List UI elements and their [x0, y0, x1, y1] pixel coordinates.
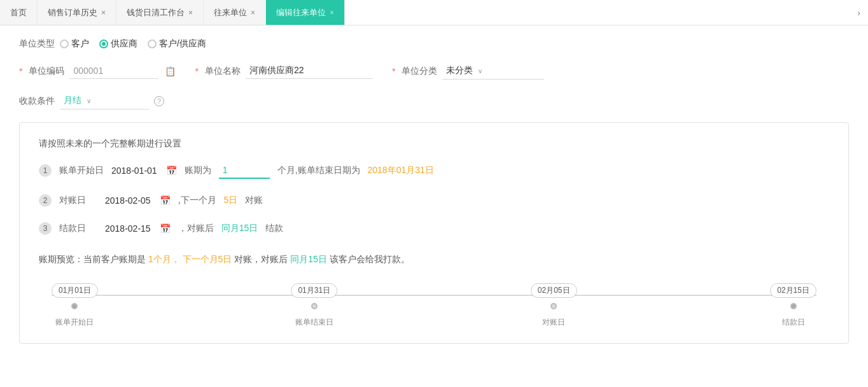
tab-sales-order-history-close[interactable]: ×	[101, 8, 106, 17]
tab-edit-partner-unit[interactable]: 编辑往来单位 ×	[266, 0, 345, 25]
payment-terms-dropdown-icon: ∨	[87, 97, 91, 104]
preview-payment: 同月15日	[290, 254, 327, 264]
payment-suffix-pre: ，对账后	[178, 223, 214, 234]
unit-classify-required-star: *	[392, 66, 395, 76]
start-date-value: 2018-01-01	[111, 165, 157, 176]
radio-both-label: 客户/供应商	[159, 38, 206, 50]
timeline-label-0: 账单开始日	[55, 317, 94, 328]
timeline-label-1: 账单结束日	[295, 317, 333, 328]
timeline-label-3: 结款日	[782, 317, 805, 328]
radio-supplier[interactable]: 供应商	[99, 38, 137, 50]
tab-sales-order-history-label: 销售订单历史	[48, 7, 97, 18]
unit-classify-value: 未分类	[446, 65, 473, 76]
period-end-date: 2018年01月31日	[368, 165, 434, 176]
timeline-point-1: 01月31日 账单结束日	[291, 283, 337, 328]
start-date-cal-icon[interactable]: 📅	[166, 165, 177, 176]
row-num-3: 3	[39, 222, 52, 235]
radio-group-unit-type: 客户 供应商 客户/供应商	[60, 38, 206, 50]
unit-classify-select[interactable]: 未分类 ∨	[442, 62, 544, 80]
tab-home-label: 首页	[10, 7, 27, 18]
preview-label: 账期预览：当前客户账期是	[39, 254, 146, 264]
payment-terms-group: 收款条件 月结 ∨ ?	[19, 92, 164, 109]
tab-edit-partner-unit-label: 编辑往来单位	[276, 7, 326, 18]
row-num-2: 2	[39, 194, 52, 207]
radio-supplier-label: 供应商	[111, 38, 137, 50]
payment-terms-label: 收款条件	[19, 95, 55, 107]
timeline-label-2: 对账日	[542, 317, 565, 328]
timeline-dot-2	[550, 303, 557, 309]
unit-name-input[interactable]	[246, 63, 373, 79]
period-suffix-pre: 账期为	[185, 165, 211, 176]
unit-code-required-star: *	[19, 66, 22, 76]
unit-name-group: * 单位名称	[195, 63, 372, 79]
preview-period: 1个月，	[148, 254, 180, 264]
classify-dropdown-icon: ∨	[478, 67, 482, 74]
tab-cash-work-close[interactable]: ×	[188, 8, 193, 17]
radio-both[interactable]: 客户/供应商	[148, 38, 206, 50]
section-title: 请按照未来的一个完整帐期进行设置	[39, 138, 829, 150]
period-row-2: 2 对账日 2018-02-05 📅 ,下一个月5日 对账	[39, 194, 829, 207]
payment-date-cal-icon[interactable]: 📅	[160, 223, 171, 234]
period-label-3: 结款日	[59, 223, 97, 234]
tab-partner-unit-close[interactable]: ×	[251, 8, 255, 17]
payment-suffix-post: 结款	[265, 223, 283, 234]
chevron-right-icon: ›	[857, 8, 860, 18]
unit-type-group: 单位类型 客户 供应商 客户/供应商	[19, 38, 206, 50]
radio-customer[interactable]: 客户	[60, 38, 89, 50]
payment-date-value: 2018-02-15	[105, 223, 151, 234]
unit-code-input[interactable]	[69, 63, 158, 79]
tab-more-button[interactable]: ›	[850, 0, 868, 25]
timeline-points: 01月01日 账单开始日 01月31日 账单结束日 02月05日 对账日 02月…	[52, 283, 816, 328]
period-label-2: 对账日	[59, 195, 97, 206]
radio-both-circle	[148, 39, 157, 48]
tab-cash-work[interactable]: 钱货日清工作台 ×	[116, 0, 204, 25]
tab-cash-work-label: 钱货日清工作台	[127, 7, 185, 18]
unit-info-row: * 单位编码 📋 * 单位名称 * 单位分类 未分类 ∨	[19, 62, 849, 80]
unit-code-group: * 单位编码 📋	[19, 63, 176, 79]
tab-sales-order-history[interactable]: 销售订单历史 ×	[38, 0, 116, 25]
reconcile-day-highlight: 5日	[224, 195, 238, 206]
payment-terms-row: 收款条件 月结 ∨ ?	[19, 92, 849, 109]
period-label-1: 账单开始日	[59, 165, 104, 176]
payment-day-highlight: 同月15日	[221, 223, 258, 234]
help-icon[interactable]: ?	[154, 96, 164, 106]
radio-customer-label: 客户	[71, 38, 89, 50]
timeline: 01月01日 账单开始日 01月31日 账单结束日 02月05日 对账日 02月…	[39, 283, 829, 328]
preview-reconcile: 对账，对账后	[234, 254, 288, 264]
period-section: 请按照未来的一个完整帐期进行设置 1 账单开始日 2018-01-01 📅 账期…	[19, 122, 849, 344]
unit-code-copy-icon[interactable]: 📋	[165, 66, 176, 76]
unit-type-row: 单位类型 客户 供应商 客户/供应商	[19, 38, 849, 50]
unit-name-label: 单位名称	[205, 66, 241, 77]
payment-terms-select[interactable]: 月结 ∨	[60, 92, 149, 109]
period-row-1: 1 账单开始日 2018-01-01 📅 账期为 个月,账单结束日期为 2018…	[39, 162, 829, 179]
timeline-dot-0	[71, 303, 78, 309]
timeline-point-0: 01月01日 账单开始日	[52, 283, 98, 328]
payment-terms-value: 月结	[64, 95, 81, 106]
timeline-badge-0: 01月01日	[52, 283, 98, 298]
timeline-badge-2: 02月05日	[531, 283, 577, 298]
reconcile-suffix-post: 对账	[245, 195, 263, 206]
tab-edit-partner-unit-close[interactable]: ×	[330, 8, 334, 17]
reconcile-date-cal-icon[interactable]: 📅	[160, 195, 171, 206]
radio-supplier-circle	[99, 39, 108, 48]
timeline-point-2: 02月05日 对账日	[531, 283, 577, 328]
period-value-input[interactable]	[219, 162, 270, 179]
main-content: 单位类型 客户 供应商 客户/供应商 * 单位编码	[0, 25, 868, 387]
unit-classify-label: 单位分类	[402, 66, 437, 77]
tab-partner-unit[interactable]: 往来单位 ×	[204, 0, 266, 25]
row-num-1: 1	[39, 164, 52, 177]
period-suffix-post: 个月,账单结束日期为	[277, 165, 360, 176]
timeline-dot-3	[790, 303, 797, 309]
preview-end: 该客户会给我打款。	[330, 254, 410, 264]
preview-period-suffix: 下一个月5日	[183, 254, 232, 264]
timeline-point-3: 02月15日 结款日	[770, 283, 816, 328]
radio-customer-circle	[60, 39, 69, 48]
unit-type-label: 单位类型	[19, 38, 55, 50]
unit-name-required-star: *	[195, 66, 198, 76]
tab-home[interactable]: 首页	[0, 0, 38, 25]
tab-bar: 首页 销售订单历史 × 钱货日清工作台 × 往来单位 × 编辑往来单位 × ›	[0, 0, 868, 25]
unit-classify-group: * 单位分类 未分类 ∨	[392, 62, 544, 80]
reconcile-date-value: 2018-02-05	[105, 195, 151, 206]
unit-code-label: 单位编码	[29, 66, 64, 77]
reconcile-suffix-pre: ,下一个月	[178, 195, 216, 206]
